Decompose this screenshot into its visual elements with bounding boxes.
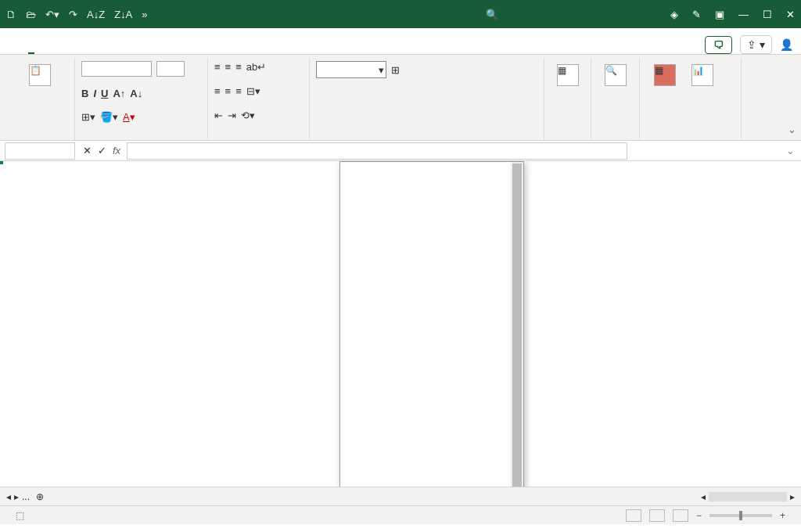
orientation-icon[interactable]: ⟲▾ xyxy=(241,110,255,121)
fx-icon[interactable]: fx xyxy=(113,145,120,156)
status-bar: ⬚ − + xyxy=(0,505,801,524)
clipboard-icon: 📋 xyxy=(29,64,51,86)
comments-button[interactable]: 🗨 xyxy=(705,36,732,54)
sort-desc-icon[interactable]: Z↓A xyxy=(114,9,132,20)
cells-button[interactable]: ▦ xyxy=(551,61,584,92)
addins-icon: ▦ xyxy=(654,64,676,86)
analyze-icon: 📊 xyxy=(691,64,713,86)
redo-icon[interactable]: ↷ xyxy=(69,9,77,20)
tab-home[interactable] xyxy=(28,43,34,54)
number-format-dropdown[interactable]: ▾ xyxy=(316,61,386,78)
expand-formula-icon[interactable]: ⌄ xyxy=(786,145,795,156)
italic-button[interactable]: I xyxy=(93,88,96,99)
macro-record-icon[interactable]: ⬚ xyxy=(16,510,24,521)
premium-icon[interactable]: ◈ xyxy=(670,9,678,20)
tab-developer[interactable] xyxy=(191,45,197,54)
decrease-font-icon[interactable]: A↓ xyxy=(130,88,142,99)
tab-draw[interactable] xyxy=(69,45,75,54)
tab-view[interactable] xyxy=(171,45,177,54)
font-name-input[interactable] xyxy=(81,61,152,77)
enter-icon[interactable]: ✓ xyxy=(98,145,106,156)
align-left-icon[interactable]: ≡ xyxy=(214,85,221,97)
decrease-indent-icon[interactable]: ⇤ xyxy=(214,110,223,121)
tab-nav-next-icon[interactable]: ▸ xyxy=(14,491,19,502)
increase-indent-icon[interactable]: ⇥ xyxy=(228,110,236,121)
tab-page-layout[interactable] xyxy=(89,45,95,54)
title-bar: 🗋 🗁 ↶▾ ↷ A↓Z Z↓A » 🔍 ◈ ✎ ▣ — ☐ ✕ xyxy=(0,0,801,28)
cells-icon: ▦ xyxy=(557,64,579,86)
underline-button[interactable]: U xyxy=(101,88,108,99)
cancel-icon[interactable]: ✕ xyxy=(83,145,92,156)
bold-button[interactable]: B xyxy=(81,88,88,99)
align-top-icon[interactable]: ≡ xyxy=(214,61,221,73)
wrap-text-icon[interactable]: ab↵ xyxy=(246,61,266,73)
sort-asc-icon[interactable]: A↓Z xyxy=(87,9,105,20)
tab-insert[interactable] xyxy=(48,45,55,54)
editing-icon: 🔍 xyxy=(605,64,627,86)
font-group-label xyxy=(81,134,201,137)
search-icon[interactable]: 🔍 xyxy=(486,9,498,20)
minimize-icon[interactable]: — xyxy=(738,9,749,20)
share-button[interactable]: ⇪ ▾ xyxy=(740,35,772,54)
worksheet[interactable] xyxy=(0,161,801,487)
coming-soon-icon[interactable]: ✎ xyxy=(692,9,701,20)
gallery-scrollbar[interactable] xyxy=(511,162,523,487)
paste-button[interactable]: 📋 xyxy=(11,61,68,92)
hscroll-left-icon[interactable]: ◂ xyxy=(701,491,706,502)
tab-review[interactable] xyxy=(150,45,156,54)
account-icon[interactable]: 👤 xyxy=(780,38,793,51)
selection-outline xyxy=(0,161,3,164)
editing-button[interactable]: 🔍 xyxy=(598,61,633,92)
font-size-input[interactable] xyxy=(156,61,185,77)
number-format-gallery xyxy=(339,161,524,487)
align-right-icon[interactable]: ≡ xyxy=(235,85,242,97)
window-controls: ◈ ✎ ▣ — ☐ ✕ xyxy=(670,9,795,20)
conditional-formatting-button[interactable]: ⊞ xyxy=(391,64,400,76)
formula-input[interactable] xyxy=(127,142,627,160)
page-break-view-icon[interactable] xyxy=(673,509,688,522)
open-file-icon[interactable]: 🗁 xyxy=(26,9,36,20)
ribbon-tabs: 🗨 ⇪ ▾ 👤 xyxy=(0,28,801,55)
close-icon[interactable]: ✕ xyxy=(786,9,795,20)
fill-color-button[interactable]: 🪣▾ xyxy=(100,111,118,123)
undo-icon[interactable]: ↶▾ xyxy=(45,9,59,20)
font-color-button[interactable]: A▾ xyxy=(123,111,135,123)
normal-view-icon[interactable] xyxy=(626,509,641,522)
maximize-icon[interactable]: ☐ xyxy=(763,9,772,20)
align-center-icon[interactable]: ≡ xyxy=(225,85,232,97)
formula-bar: ✕ ✓ fx ⌄ xyxy=(0,141,801,161)
clipboard-group-label xyxy=(11,134,68,137)
ribbon-display-icon[interactable]: ▣ xyxy=(715,9,724,20)
tab-file[interactable] xyxy=(8,45,14,54)
addins-group-label xyxy=(646,134,735,137)
name-box[interactable] xyxy=(5,142,75,160)
new-sheet-icon[interactable]: ⊕ xyxy=(36,491,44,502)
analyze-data-button[interactable]: 📊 xyxy=(684,61,721,92)
zoom-out-icon[interactable]: − xyxy=(696,510,702,521)
new-file-icon[interactable]: 🗋 xyxy=(6,9,16,20)
sheet-tab-bar: ◂ ▸ ... ⊕ ◂ ▸ xyxy=(0,487,801,505)
quick-access-toolbar: 🗋 🗁 ↶▾ ↷ A↓Z Z↓A » xyxy=(6,9,147,20)
increase-font-icon[interactable]: A↑ xyxy=(113,88,125,99)
qat-overflow-icon[interactable]: » xyxy=(142,9,147,20)
tab-formulas[interactable] xyxy=(110,45,116,54)
tab-help[interactable] xyxy=(211,45,217,54)
hscrollbar[interactable] xyxy=(709,492,787,501)
hscroll-right-icon[interactable]: ▸ xyxy=(790,491,795,502)
ribbon: 📋 B I U A↑ A↓ ⊞▾ 🪣▾ A▾ ≡ ≡ ≡ ab↵ xyxy=(0,55,801,141)
merge-icon[interactable]: ⊟▾ xyxy=(246,85,260,97)
collapse-ribbon-icon[interactable]: ⌄ xyxy=(788,124,796,135)
border-button[interactable]: ⊞▾ xyxy=(81,111,95,123)
addins-button[interactable]: ▦ xyxy=(646,61,684,92)
align-bottom-icon[interactable]: ≡ xyxy=(235,61,242,73)
zoom-slider[interactable] xyxy=(709,514,772,517)
zoom-in-icon[interactable]: + xyxy=(780,510,785,521)
alignment-group-label xyxy=(214,134,303,137)
tab-nav-prev-icon[interactable]: ◂ xyxy=(6,491,11,502)
page-layout-view-icon[interactable] xyxy=(649,509,665,522)
tab-data[interactable] xyxy=(130,45,136,54)
align-middle-icon[interactable]: ≡ xyxy=(225,61,232,73)
